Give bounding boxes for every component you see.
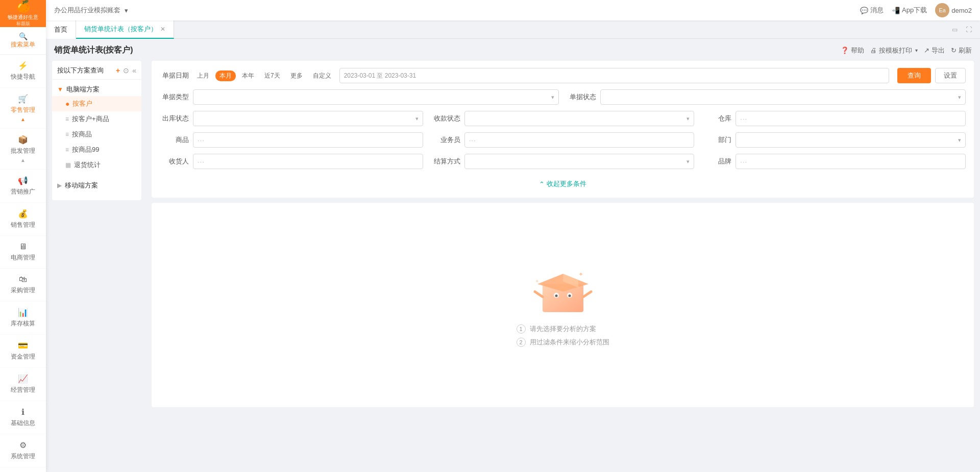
help-btn[interactable]: ❓ 帮助 [841,46,864,55]
tab-bar-right: ▭ ⛶ [952,26,980,33]
app-download-btn[interactable]: 📲 App下载 [892,6,927,15]
filter-out-status: 出库状态 ▾ [160,111,423,126]
scheme-item-by-product[interactable]: ≡ 按商品 [52,127,141,142]
maximize-icon[interactable]: ⛶ [966,26,972,33]
sidebar-item-marketing[interactable]: 📢 营销推广 [0,170,46,203]
message-btn[interactable]: 💬 消息 [860,6,884,15]
scheme-group-desktop-header[interactable]: ▼ 电脑端方案 [52,83,141,96]
header: 办公用品行业模拟账套 ▾ 💬 消息 📲 App下载 Ea demo2 [46,0,980,20]
username: demo2 [951,7,972,14]
salesperson-label: 业务员 [431,135,464,145]
content-row: 按以下方案查询 + ⊙ « ▼ 电脑端方案 ● 按客户 [52,61,974,407]
message-icon: 💬 [860,7,868,14]
scheme-item-by-customer[interactable]: ● 按客户 [52,96,141,111]
header-left: 办公用品行业模拟账套 ▾ [54,6,128,15]
template-print-btn[interactable]: 🖨 按模板打印 ▾ [870,46,918,55]
settlement-input[interactable]: ▾ [464,154,695,169]
refresh-label: 刷新 [959,46,972,55]
scheme-group-mobile-header[interactable]: ▶ 移动端方案 [52,179,141,192]
sidebar-item-label: 采购管理 [11,286,35,295]
receiver-input[interactable]: ··· [193,154,423,169]
tab-close-icon[interactable]: ✕ [160,26,165,33]
date-tab-this-year[interactable]: 本年 [238,70,258,81]
sidebar-item-label: 库存核算 [11,319,35,328]
tip-text-1: 请先选择要分析的方案 [530,324,596,334]
date-range-input[interactable]: 2023-03-01 至 2023-03-31 [339,68,889,83]
sidebar-item-operation[interactable]: 📈 经营管理 [0,368,46,401]
scheme-group-desktop: ▼ 电脑端方案 ● 按客户 ≡ 按客户+商品 ≡ 按商品 [52,80,141,176]
date-tab-last-7days[interactable]: 近7天 [260,70,284,81]
sidebar-item-system[interactable]: ⚙ 系统管理 [0,434,46,467]
tab-home-label: 首页 [54,25,67,34]
date-filter-row: 单据日期 上月 本月 本年 近7天 更多 自定义 2023-03-01 至 20… [160,68,966,83]
scheme-collapse-btn[interactable]: « [132,66,136,75]
tab-sales-stats[interactable]: 销货单统计表（按客户） ✕ [76,20,174,39]
export-label: 导出 [932,46,945,55]
filter-payment-status: 收款状态 ▾ [431,111,695,126]
sidebar-item-sales-mgmt[interactable]: 💰 销售管理 [0,203,46,236]
sidebar-item-retail-mgmt[interactable]: 🛒 零售管理 ▲ [0,88,46,129]
doc-type-input[interactable]: ▾ [193,89,559,105]
receiver-dots: ··· [198,158,205,166]
scheme-add-btn[interactable]: + [116,66,120,75]
payment-status-input[interactable]: ▾ [464,111,695,126]
filter-product: 商品 ··· [160,132,423,148]
print-dropdown-arrow[interactable]: ▾ [915,48,918,53]
user-menu[interactable]: Ea demo2 [935,3,972,17]
filter-salesperson: 业务员 ··· [431,132,695,148]
export-btn[interactable]: ↗ 导出 [924,46,945,55]
minimize-icon[interactable]: ▭ [952,26,958,33]
brand-input[interactable]: ··· [736,154,966,169]
product-label: 商品 [160,135,193,145]
scheme-settings-btn[interactable]: ⊙ [123,66,129,75]
out-status-input[interactable]: ▾ [193,111,423,126]
collapse-row[interactable]: ⌃ 收起更多条件 [160,175,966,191]
date-tab-this-month[interactable]: 本月 [215,70,236,81]
app-title: 办公用品行业模拟账套 [54,6,120,15]
doc-status-input[interactable]: ▾ [600,89,966,105]
page-actions: ❓ 帮助 🖨 按模板打印 ▾ ↗ 导出 ↻ 刷新 [841,46,972,55]
dropdown-arrow[interactable]: ▾ [125,7,128,14]
page-title-bar: 销货单统计表(按客户) ❓ 帮助 🖨 按模板打印 ▾ ↗ 导出 ↻ 刷新 [52,45,974,56]
doc-status-arrow: ▾ [958,94,961,101]
warehouse-input[interactable]: ··· [736,111,966,126]
empty-tip-1: 1 请先选择要分析的方案 [517,324,609,334]
date-tab-custom[interactable]: 自定义 [309,70,335,81]
app-logo[interactable]: 🍊 畅捷通好生意 标题版 [0,0,46,27]
refresh-icon: ↻ [951,46,957,54]
tab-home[interactable]: 首页 [46,20,76,39]
query-button[interactable]: 查询 [897,68,931,83]
refresh-btn[interactable]: ↻ 刷新 [951,46,972,55]
date-tab-more[interactable]: 更多 [286,70,307,81]
sidebar-item-enterprise-collab[interactable]: 🤝 企业协同 [0,467,46,472]
main-content: 销货单统计表(按客户) ❓ 帮助 🖨 按模板打印 ▾ ↗ 导出 ↻ 刷新 [46,39,980,472]
salesperson-input[interactable]: ··· [464,132,695,148]
scheme-item-return-stats[interactable]: ▦ 退货统计 [52,157,141,173]
sidebar-item-label: 销售管理 [11,221,35,229]
sidebar-item-quick-nav[interactable]: ⚡ 快捷导航 [0,55,46,88]
scheme-item-by-customer-product[interactable]: ≡ 按客户+商品 [52,111,141,127]
settings-button[interactable]: 设置 [935,68,966,83]
marketing-icon: 📢 [18,176,28,185]
empty-svg: ✦ ✦ [532,264,594,315]
sidebar-item-wholesale-mgmt[interactable]: 📦 批发管理 ▲ [0,129,46,170]
scheme-item-by-product-99[interactable]: ≡ 按商品99 [52,142,141,157]
date-tab-last-month[interactable]: 上月 [193,70,213,81]
sidebar-item-ecommerce[interactable]: 🖥 电商管理 [0,236,46,269]
product-input[interactable]: ··· [193,132,423,148]
sidebar-item-basic-info[interactable]: ℹ 基础信息 [0,401,46,434]
operation-icon: 📈 [18,374,28,384]
sidebar-item-label: 经营管理 [11,386,35,394]
page-wrapper: 销货单统计表(按客户) ❓ 帮助 🖨 按模板打印 ▾ ↗ 导出 ↻ 刷新 [46,39,980,472]
sidebar-search[interactable]: 🔍 搜索菜单 [0,27,46,55]
scheme-panel-title: 按以下方案查询 [57,66,104,75]
sidebar-item-purchase[interactable]: 🛍 采购管理 [0,269,46,301]
sidebar-item-finance[interactable]: 💳 资金管理 [0,335,46,368]
page-title: 销货单统计表(按客户) [54,45,133,56]
department-input[interactable]: ▾ [736,132,966,148]
app-download-icon: 📲 [892,7,900,14]
sidebar-item-inventory[interactable]: 📊 库存核算 [0,301,46,335]
purchase-icon: 🛍 [19,275,27,284]
ecommerce-icon: 🖥 [19,242,27,251]
wholesale-icon: 📦 [18,135,28,145]
